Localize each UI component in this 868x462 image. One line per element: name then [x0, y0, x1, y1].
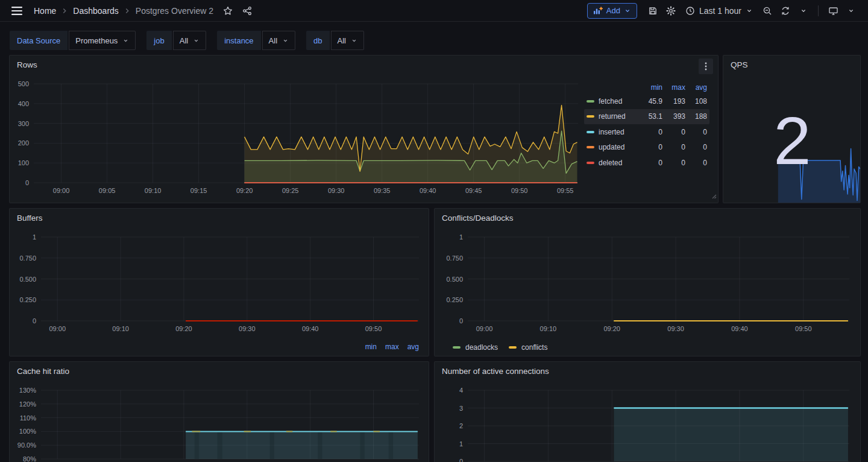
kiosk-mode-button[interactable] [825, 2, 841, 19]
legend-row-deleted[interactable]: deleted 0 0 0 [584, 155, 709, 171]
svg-text:09:40: 09:40 [420, 187, 436, 194]
db-label: db [306, 31, 329, 50]
series-label[interactable]: fetched [596, 97, 637, 106]
series-label[interactable]: updated [596, 143, 637, 151]
legend-col-max[interactable]: max [662, 83, 685, 92]
chevron-down-icon [848, 7, 855, 14]
job-select[interactable]: All [173, 31, 206, 50]
svg-text:09:30: 09:30 [667, 325, 684, 332]
panel-buffers-title[interactable]: Buffers [17, 214, 43, 223]
panel-qps-title[interactable]: QPS [731, 60, 748, 69]
svg-text:09:40: 09:40 [731, 325, 748, 332]
refresh-button[interactable] [777, 2, 794, 19]
legend-row-updated[interactable]: updated 0 0 0 [584, 140, 709, 156]
breadcrumb-dashboards[interactable]: Dashboards [73, 6, 119, 16]
panel-conflicts-header[interactable]: Conflicts/Deadlocks [435, 209, 860, 227]
zoom-out-time-button[interactable] [759, 2, 776, 19]
favorite-button[interactable] [219, 2, 236, 19]
series-max: 0 [662, 128, 685, 136]
panel-buffers: Buffers 09:0009:1009:2009:3009:4009:5000… [9, 208, 429, 356]
panel-conflicts: Conflicts/Deadlocks 09:0009:1009:2009:30… [434, 208, 861, 356]
legend-row-fetched[interactable]: fetched 45.9 193 108 [584, 93, 709, 109]
variable-data-source: Data Source Prometheus [10, 31, 136, 50]
panel-qps: QPS 2 [723, 55, 861, 203]
panel-menu-button[interactable] [699, 59, 713, 74]
svg-text:09:10: 09:10 [112, 325, 129, 332]
svg-text:09:50: 09:50 [511, 187, 528, 194]
panel-active-connections: Number of active connections 09:0009:100… [434, 361, 861, 462]
legend-item-deadlocks[interactable]: deadlocks [453, 343, 498, 352]
chevron-right-icon [60, 7, 69, 15]
legend-row-inserted[interactable]: inserted 0 0 0 [584, 124, 709, 140]
breadcrumb: Home Dashboards Postgres Overview 2 [34, 2, 256, 19]
conflicts-chart[interactable]: 09:0009:1009:2009:3009:4009:5000.2500.50… [435, 209, 860, 356]
svg-text:0.250: 0.250 [446, 296, 463, 303]
legend-col-min[interactable]: min [365, 343, 377, 351]
toolbar-overflow-dropdown[interactable] [843, 2, 860, 19]
breadcrumb-home[interactable]: Home [34, 6, 56, 16]
svg-text:4: 4 [459, 387, 463, 394]
legend-item-conflicts[interactable]: conflicts [509, 343, 547, 352]
panel-resize-handle[interactable] [711, 191, 717, 201]
svg-text:09:50: 09:50 [795, 325, 812, 332]
svg-text:09:20: 09:20 [236, 187, 253, 194]
panel-conflicts-title[interactable]: Conflicts/Deadlocks [442, 214, 514, 223]
svg-text:2: 2 [459, 422, 463, 429]
series-swatch [587, 115, 594, 118]
add-panel-button[interactable]: Add [587, 3, 637, 19]
series-swatch [587, 162, 594, 164]
chevron-down-icon [122, 37, 129, 44]
panel-rows: Rows 09:0009:0509:1009:1509:2009:2509:30… [9, 55, 719, 203]
series-label[interactable]: deleted [596, 159, 637, 167]
series-label[interactable]: inserted [596, 128, 637, 136]
time-range-picker[interactable]: Last 1 hour [681, 2, 758, 19]
db-select[interactable]: All [331, 31, 364, 50]
series-min: 53.1 [637, 112, 662, 121]
panel-cache-header[interactable]: Cache hit ratio [10, 362, 429, 380]
svg-text:90.0%: 90.0% [17, 441, 36, 449]
svg-text:09:30: 09:30 [328, 187, 345, 194]
svg-text:09:00: 09:00 [49, 325, 66, 332]
legend-row-returned[interactable]: returned 53.1 393 188 [584, 109, 709, 125]
panel-connections-header[interactable]: Number of active connections [435, 362, 860, 380]
svg-text:0: 0 [33, 317, 36, 324]
panel-buffers-header[interactable]: Buffers [10, 209, 429, 227]
svg-text:100: 100 [18, 159, 29, 166]
svg-text:110%: 110% [20, 414, 37, 422]
time-range-label: Last 1 hour [699, 6, 741, 16]
toolbar-divider [818, 5, 819, 16]
save-dashboard-button[interactable] [644, 2, 661, 19]
panel-cache-title[interactable]: Cache hit ratio [17, 367, 69, 376]
svg-text:0.250: 0.250 [19, 296, 36, 303]
svg-text:1: 1 [459, 440, 463, 448]
legend-col-min[interactable]: min [637, 83, 662, 92]
panel-connections-title[interactable]: Number of active connections [442, 367, 549, 376]
svg-text:09:45: 09:45 [465, 187, 482, 194]
monitor-icon [828, 6, 838, 16]
series-label[interactable]: returned [596, 112, 637, 121]
legend-col-avg[interactable]: avg [407, 343, 419, 351]
legend-col-max[interactable]: max [385, 343, 399, 351]
legend-col-avg[interactable]: avg [685, 83, 707, 92]
menu-toggle-button[interactable] [8, 2, 25, 19]
refresh-interval-dropdown[interactable] [795, 2, 812, 19]
series-max: 0 [662, 143, 685, 151]
svg-text:09:20: 09:20 [175, 325, 192, 332]
dashboard-settings-button[interactable] [662, 2, 679, 19]
gear-icon [666, 6, 676, 16]
svg-text:09:10: 09:10 [540, 325, 557, 332]
svg-text:0.500: 0.500 [446, 276, 463, 283]
data-source-select[interactable]: Prometheus [69, 31, 136, 50]
svg-text:09:05: 09:05 [99, 187, 116, 194]
instance-select[interactable]: All [262, 31, 295, 50]
series-avg: 0 [685, 143, 707, 151]
star-icon [223, 6, 233, 16]
series-min: 0 [637, 128, 662, 136]
panel-rows-header[interactable]: Rows [10, 55, 718, 74]
panel-rows-title[interactable]: Rows [17, 60, 37, 69]
share-button[interactable] [239, 2, 256, 19]
svg-text:80%: 80% [23, 455, 36, 462]
buffers-chart[interactable]: 09:0009:1009:2009:3009:4009:5000.2500.50… [10, 209, 429, 356]
panel-qps-header[interactable]: QPS [723, 55, 860, 74]
chevron-down-icon [193, 37, 200, 44]
